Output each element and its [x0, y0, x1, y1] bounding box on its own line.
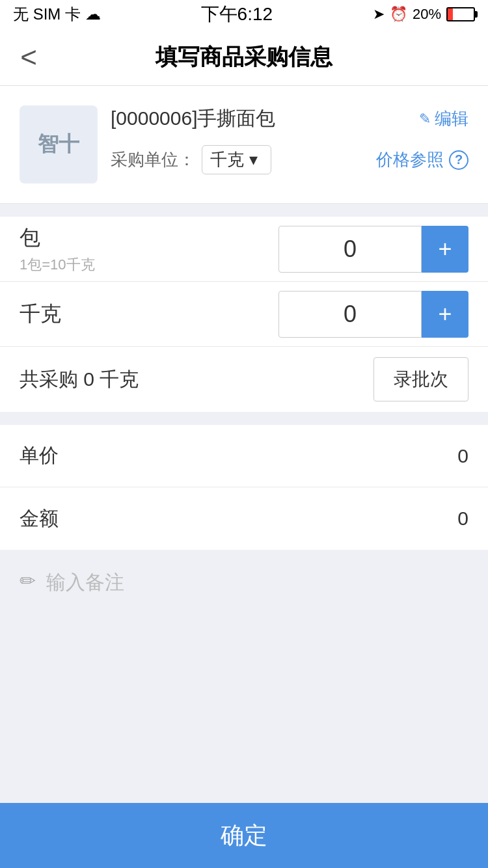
divider-1 — [0, 204, 488, 217]
kg-number-input[interactable]: 0 — [278, 291, 422, 338]
batch-button[interactable]: 录批次 — [373, 357, 468, 401]
amount-row: 金额 0 — [0, 487, 488, 550]
unit-price-value: 0 — [457, 445, 468, 467]
unit-price-row: 单价 0 — [0, 425, 488, 487]
summary-row: 共采购 0 千克 录批次 — [0, 347, 488, 412]
input-section: 包 1包=10千克 0 + 千克 0 — [0, 217, 488, 347]
note-section[interactable]: ✏ 输入备注 — [0, 550, 488, 680]
page-title: 填写商品采购信息 — [156, 42, 332, 72]
bao-value: 0 — [344, 236, 357, 263]
bao-label: 包 1包=10千克 — [20, 224, 98, 275]
product-logo-text: 智十 — [38, 130, 79, 159]
status-bar: 无 SIM 卡 ☁ 下午6:12 ➤ ⏰ 20% — [0, 0, 488, 29]
kg-main-label: 千克 — [20, 300, 98, 329]
pencil-icon: ✏ — [20, 569, 36, 592]
status-right: ➤ ⏰ 20% — [373, 6, 475, 23]
price-ref-button[interactable]: 价格参照 ? — [376, 148, 468, 171]
summary-text: 共采购 0 千克 — [20, 366, 139, 393]
edit-button[interactable]: ✎ 编辑 — [419, 107, 468, 130]
edit-label: 编辑 — [435, 107, 468, 130]
divider-2 — [0, 412, 488, 425]
unit-price-label: 单价 — [20, 442, 59, 469]
alarm-icon: ⏰ — [390, 6, 407, 23]
bao-controls: 0 + — [98, 226, 468, 273]
amount-label: 金额 — [20, 506, 59, 532]
back-arrow-icon: < — [20, 41, 37, 74]
unit-select[interactable]: 千克 ▾ — [202, 145, 271, 174]
edit-icon: ✎ — [419, 111, 431, 128]
kg-controls: 0 + — [98, 291, 468, 338]
product-card: 智十 [0000006]手撕面包 ✎ 编辑 采购单位： 千克 ▾ — [0, 86, 488, 204]
amount-value: 0 — [457, 508, 468, 530]
sim-status: 无 SIM 卡 ☁ — [13, 4, 101, 25]
product-info: [0000006]手撕面包 ✎ 编辑 采购单位： 千克 ▾ — [111, 105, 468, 174]
price-ref-label: 价格参照 — [376, 148, 444, 171]
bao-plus-button[interactable]: + — [422, 226, 468, 273]
bao-input-row: 包 1包=10千克 0 + — [0, 217, 488, 282]
info-circle-icon: ? — [449, 150, 468, 170]
kg-label: 千克 — [20, 300, 98, 329]
bao-main-label: 包 — [20, 224, 98, 252]
product-image: 智十 — [20, 105, 98, 183]
product-name: [0000006]手撕面包 — [111, 105, 275, 132]
bao-sub-label: 1包=10千克 — [20, 255, 98, 275]
battery-icon — [446, 7, 475, 21]
purchase-unit-row: 采购单位： 千克 ▾ 价格参照 ? — [111, 145, 468, 174]
nav-bar: < 填写商品采购信息 — [0, 29, 488, 86]
kg-value: 0 — [344, 301, 357, 328]
battery-percent: 20% — [413, 6, 441, 23]
unit-prefix: 采购单位： — [111, 148, 195, 171]
status-time: 下午6:12 — [201, 2, 273, 27]
price-info-section: 单价 0 金额 0 — [0, 425, 488, 550]
bao-number-input[interactable]: 0 — [278, 226, 422, 273]
location-icon: ➤ — [373, 6, 385, 23]
note-placeholder: 输入备注 — [46, 569, 124, 596]
kg-input-row: 千克 0 + — [0, 282, 488, 347]
confirm-button[interactable]: 确定 — [0, 803, 488, 868]
back-button[interactable]: < — [0, 29, 57, 86]
unit-value: 千克 — [210, 148, 244, 171]
kg-plus-button[interactable]: + — [422, 291, 468, 338]
product-name-row: [0000006]手撕面包 ✎ 编辑 — [111, 105, 468, 132]
status-left: 无 SIM 卡 ☁ — [13, 4, 101, 25]
unit-dropdown-icon: ▾ — [249, 150, 258, 170]
